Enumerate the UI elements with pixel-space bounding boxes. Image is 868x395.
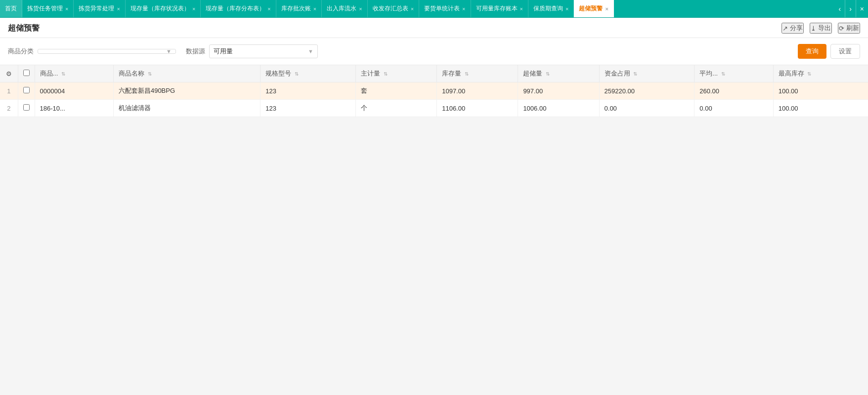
- row-avg: 260.00: [694, 82, 773, 100]
- row-checkbox-cell[interactable]: [18, 82, 35, 100]
- overstock-table: ⚙ 商品... ⇅ 商品名称 ⇅ 规格型号 ⇅ 主计量: [0, 65, 868, 117]
- nav-item-summary[interactable]: 收发存汇总表 ×: [368, 0, 419, 17]
- nav-item-task-mgmt[interactable]: 拣货任务管理 ×: [22, 0, 74, 17]
- datasource-select-wrapper: 可用量 ▼: [209, 44, 318, 58]
- filter-bar: 商品分类 ▼ 数据源 可用量 ▼ 查询 设置: [0, 38, 868, 65]
- col-name[interactable]: 商品名称 ⇅: [113, 65, 260, 82]
- share-icon: ↗: [782, 25, 788, 32]
- nav-item-flow[interactable]: 出入库流水 ×: [322, 0, 367, 17]
- col-code[interactable]: 商品... ⇅: [35, 65, 113, 82]
- sort-name-icon: ⇅: [148, 71, 152, 77]
- row-spec: 123: [260, 82, 356, 100]
- close-tab-expiry[interactable]: ×: [565, 6, 568, 12]
- sort-stock-icon: ⇅: [465, 71, 469, 77]
- col-max-stock[interactable]: 最高库存 ⇅: [773, 65, 868, 82]
- col-capital[interactable]: 资金占用 ⇅: [599, 65, 694, 82]
- nav-item-home[interactable]: 首页: [0, 0, 22, 17]
- nav-item-inventory-status[interactable]: 现存量（库存状况表） ×: [126, 0, 201, 17]
- share-button[interactable]: ↗ 分享: [781, 23, 804, 34]
- filter-category: 商品分类 ▼: [8, 47, 176, 56]
- close-tab-batch[interactable]: ×: [313, 6, 316, 12]
- row-capital: 259220.00: [599, 82, 694, 100]
- row-code: 186-10...: [35, 100, 113, 117]
- row-unit: 个: [356, 100, 437, 117]
- export-icon: ⤓: [811, 25, 816, 32]
- nav-item-expiry[interactable]: 保质期查询 ×: [528, 0, 574, 17]
- col-overstock[interactable]: 超储量 ⇅: [518, 65, 599, 82]
- sort-spec-icon: ⇅: [295, 71, 299, 77]
- filter-datasource: 数据源 可用量 ▼: [186, 44, 318, 58]
- row-spec: 123: [260, 100, 356, 117]
- header-actions: ↗ 分享 ⤓ 导出 ⟳ 刷新: [781, 23, 860, 34]
- sort-avg-icon: ⇅: [721, 71, 725, 77]
- row-checkbox[interactable]: [23, 104, 30, 111]
- close-tab-available[interactable]: ×: [520, 6, 523, 12]
- row-avg: 0.00: [694, 100, 773, 117]
- category-select[interactable]: ▼: [38, 49, 176, 54]
- settings-gear-icon[interactable]: ⚙: [6, 70, 12, 78]
- filter-actions: 查询 设置: [798, 44, 860, 59]
- nav-item-available[interactable]: 可用量库存账本 ×: [471, 0, 528, 17]
- row-name: 六配套新昌490BPG: [113, 82, 260, 100]
- category-label: 商品分类: [8, 47, 34, 56]
- page-title: 超储预警: [8, 23, 40, 34]
- nav-item-overstock[interactable]: 超储预警 ×: [574, 0, 613, 17]
- row-code: 0000004: [35, 82, 113, 100]
- close-tab-exception[interactable]: ×: [117, 6, 120, 12]
- select-all-checkbox[interactable]: [23, 70, 30, 76]
- export-button[interactable]: ⤓ 导出: [810, 23, 832, 34]
- row-capital: 0.00: [599, 100, 694, 117]
- table-header-row: ⚙ 商品... ⇅ 商品名称 ⇅ 规格型号 ⇅ 主计量: [0, 65, 868, 82]
- close-tab-overstock[interactable]: ×: [605, 6, 608, 12]
- row-checkbox[interactable]: [23, 87, 30, 93]
- sort-capital-icon: ⇅: [633, 71, 637, 77]
- datasource-dropdown-icon: ▼: [308, 48, 313, 54]
- row-max-stock: 100.00: [773, 100, 868, 117]
- col-unit[interactable]: 主计量 ⇅: [356, 65, 437, 82]
- nav-item-inventory-dist[interactable]: 现存量（库存分布表） ×: [201, 0, 276, 17]
- nav-item-batch[interactable]: 库存批次账 ×: [276, 0, 322, 17]
- top-nav: 首页 拣货任务管理 × 拣货异常处理 × 现存量（库存状况表） × 现存量（库存…: [0, 0, 868, 18]
- nav-item-exception[interactable]: 拣货异常处理 ×: [74, 0, 125, 17]
- settings-button[interactable]: 设置: [830, 44, 860, 59]
- nav-more-arrow[interactable]: ×: [856, 0, 868, 18]
- refresh-button[interactable]: ⟳ 刷新: [838, 23, 860, 34]
- row-overstock: 997.00: [518, 82, 599, 100]
- sort-overstock-icon: ⇅: [546, 71, 550, 77]
- nav-next-arrow[interactable]: ›: [845, 0, 856, 18]
- row-name: 机油滤清器: [113, 100, 260, 117]
- nav-item-requisition[interactable]: 要货单统计表 ×: [419, 0, 471, 17]
- category-dropdown-icon: ▼: [166, 48, 172, 54]
- col-avg[interactable]: 平均... ⇅: [694, 65, 773, 82]
- row-overstock: 1006.00: [518, 100, 599, 117]
- sort-unit-icon: ⇅: [384, 71, 388, 77]
- col-settings[interactable]: ⚙: [0, 65, 18, 82]
- row-stock: 1097.00: [437, 82, 518, 100]
- close-tab-inventory-dist[interactable]: ×: [267, 6, 270, 12]
- col-select-all[interactable]: [18, 65, 35, 82]
- category-select-wrapper: ▼: [38, 49, 176, 54]
- close-tab-inventory-status[interactable]: ×: [192, 6, 195, 12]
- nav-prev-arrow[interactable]: ‹: [834, 0, 845, 18]
- table-row: 2 186-10... 机油滤清器 123 个 1106.00 1006.00 …: [0, 100, 868, 117]
- table-container: ⚙ 商品... ⇅ 商品名称 ⇅ 规格型号 ⇅ 主计量: [0, 65, 868, 117]
- datasource-label: 数据源: [186, 47, 205, 56]
- close-tab-task-mgmt[interactable]: ×: [65, 6, 68, 12]
- sort-code-icon: ⇅: [61, 71, 65, 77]
- row-stock: 1106.00: [437, 100, 518, 117]
- row-unit: 套: [356, 82, 437, 100]
- datasource-select[interactable]: 可用量 ▼: [209, 44, 318, 58]
- refresh-icon: ⟳: [839, 25, 844, 32]
- close-tab-summary[interactable]: ×: [411, 6, 414, 12]
- col-spec[interactable]: 规格型号 ⇅: [260, 65, 356, 82]
- close-tab-requisition[interactable]: ×: [462, 6, 465, 12]
- nav-arrows: ‹ › ×: [834, 0, 868, 18]
- datasource-select-value: 可用量: [214, 47, 233, 56]
- col-stock[interactable]: 库存量 ⇅: [437, 65, 518, 82]
- row-num: 2: [0, 100, 18, 117]
- query-button[interactable]: 查询: [798, 44, 826, 59]
- page-header: 超储预警 ↗ 分享 ⤓ 导出 ⟳ 刷新: [0, 18, 868, 38]
- close-tab-flow[interactable]: ×: [359, 6, 362, 12]
- row-checkbox-cell[interactable]: [18, 100, 35, 117]
- row-num: 1: [0, 82, 18, 100]
